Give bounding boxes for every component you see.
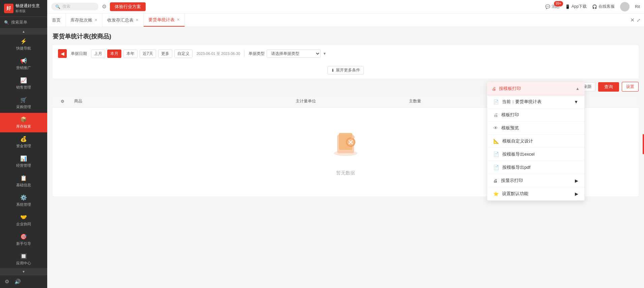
dropdown-item-display-print[interactable]: 🖨 按显示打印 ▶ — [487, 174, 584, 187]
sidebar-bottom: ⚙ 🔊 — [0, 275, 47, 288]
tabbar-close-all[interactable]: ✕ — [630, 17, 635, 23]
date-btn-last-month[interactable]: 上月 — [91, 50, 105, 58]
topbar: 🔍 搜索 ⚙ 体验行业方案 💬 消息 99+ 📱 App下载 🎧 在线客服 Ri… — [47, 0, 644, 13]
empty-state-text: 暂无数据 — [336, 170, 355, 176]
th-unit: 主计量单位 — [293, 95, 406, 107]
template-design-icon: 📐 — [493, 138, 499, 144]
tab-close-collection-summary[interactable]: ✕ — [136, 18, 139, 22]
th-product: 商品 — [71, 95, 293, 107]
sidebar-item-sales[interactable]: 📈 销售管理 — [0, 74, 47, 93]
sidebar-item-inventory[interactable]: 📦 库存核算 — [0, 113, 47, 132]
display-print-arrow: ▶ — [575, 178, 578, 183]
date-filter-label: 单据日期 — [71, 51, 87, 57]
dropdown-item-template-print[interactable]: 🖨 模板打印 — [487, 108, 584, 122]
default-func-icon: ⭐ — [493, 191, 499, 196]
collab-icon: 🤝 — [20, 214, 27, 220]
dropdown-header: 🖨 按模板打印 ▲ — [487, 82, 584, 95]
sidebar-scroll-down[interactable]: ▼ — [0, 268, 47, 275]
order-type-select[interactable]: 请选择单据类型 — [267, 50, 321, 58]
expand-more-button[interactable]: ⬇ 展开更多条件 — [327, 66, 364, 74]
order-type-chevron: ▼ — [323, 52, 326, 56]
scroll-indicator[interactable] — [643, 134, 644, 154]
dropdown-collapse-icon[interactable]: ▲ — [576, 86, 580, 91]
tab-close-batch-ledger[interactable]: ✕ — [94, 18, 97, 22]
marketing-icon: 📢 — [20, 58, 27, 64]
expand-more-icon: ⬇ — [331, 68, 334, 73]
dropdown-item-template-preview[interactable]: 👁 模板预览 — [487, 122, 584, 135]
username-label: Rit — [635, 4, 640, 9]
page-title: 要货单统计表(按商品) — [53, 32, 639, 40]
settings-icon[interactable]: ⚙ — [5, 279, 9, 285]
template-icon: 📄 — [493, 99, 499, 104]
sidebar-item-marketing[interactable]: 📢 营销推广 — [0, 54, 47, 74]
date-range-display: 2023-06-01 至 2023-06-30 — [197, 51, 240, 56]
toolbar: 🖨 按模板打印 ▲ ··· ↑ 导出 ↺ 刷新 查询 设置 🖨 按模板打印 — [53, 82, 639, 92]
sidebar-item-operations[interactable]: 📊 经营管理 — [0, 152, 47, 171]
sales-icon: 📈 — [20, 77, 27, 84]
tab-batch-ledger[interactable]: 库存批次账 ✕ — [66, 13, 103, 27]
date-btn-this-year[interactable]: 本年 — [123, 50, 138, 58]
sound-icon[interactable]: 🔊 — [14, 279, 21, 285]
tabbar-expand[interactable]: ⤢ — [637, 18, 641, 23]
topbar-search[interactable]: 🔍 搜索 — [51, 3, 98, 10]
date-btn-this-month[interactable]: 本月 — [107, 50, 121, 58]
sidebar-nav: ⚡ 快捷导航 📢 营销推广 📈 销售管理 🛒 采购管理 📦 库存核算 💰 资金管… — [0, 35, 47, 268]
tab-close-order-stats[interactable]: ✕ — [177, 18, 180, 22]
sidebar-item-purchase[interactable]: 🛒 采购管理 — [0, 93, 47, 113]
sidebar-item-app-center[interactable]: 🔲 应用中心 — [0, 250, 47, 268]
filter-expand-button[interactable]: ◀ — [58, 49, 67, 58]
dropdown-print-icon: 🖨 — [492, 86, 496, 91]
dropdown-current-template[interactable]: 📄 当前：要货单统计表 ▼ — [487, 95, 584, 108]
sidebar-item-finance[interactable]: 💰 资金管理 — [0, 132, 47, 152]
basic-icon: 📋 — [20, 175, 27, 181]
tab-order-stats[interactable]: 要货单统计表 ✕ — [144, 13, 185, 27]
date-btn-custom[interactable]: 自定义 — [174, 50, 193, 58]
app-download-icon: 📱 — [565, 4, 570, 9]
sidebar-item-quick-nav[interactable]: ⚡ 快捷导航 — [0, 35, 47, 54]
export-excel-icon: 📄 — [493, 152, 499, 157]
order-type-group: 单据类型 请选择单据类型 ▼ — [248, 50, 326, 58]
sidebar: 好 畅捷通好生意 标准版 🔍 搜索菜单 ▲ ⚡ 快捷导航 📢 营销推广 📈 销售… — [0, 0, 47, 288]
tabbar-actions: ✕ ⤢ — [627, 13, 644, 27]
sidebar-logo: 好 畅捷通好生意 标准版 — [0, 0, 47, 17]
topbar-message[interactable]: 💬 消息 99+ — [545, 4, 560, 9]
topbar-app-download[interactable]: 📱 App下载 — [565, 4, 587, 9]
filter-bar: ◀ 单据日期 上月 本月 本年 近7天 更多 自定义 2023-06-01 至 … — [53, 45, 639, 78]
print-dropdown-panel: 🖨 按模板打印 ▲ 📄 当前：要货单统计表 ▼ 🖨 — [487, 82, 585, 201]
tab-home[interactable]: 首页 — [47, 13, 66, 27]
trial-button[interactable]: 体验行业方案 — [110, 2, 146, 11]
topbar-online-service[interactable]: 🎧 在线客服 — [592, 4, 615, 9]
tab-collection-summary[interactable]: 收发存汇总表 ✕ — [103, 13, 144, 27]
page-content: 要货单统计表(按商品) ◀ 单据日期 上月 本月 本年 近7天 更多 自定义 2… — [47, 27, 644, 288]
date-button-group: 上月 本月 本年 近7天 更多 自定义 — [91, 50, 193, 58]
sidebar-search[interactable]: 🔍 搜索菜单 — [0, 17, 47, 28]
search-icon: 🔍 — [4, 20, 9, 25]
dropdown-item-export-pdf[interactable]: 📄 按模板导出pdf — [487, 161, 584, 174]
dropdown-item-default-func[interactable]: ⭐ 设置默认功能 ▶ — [487, 187, 584, 200]
sidebar-item-guide[interactable]: 🎯 新手引导 — [0, 230, 47, 250]
dropdown-item-template-design[interactable]: 📐 模板自定义设计 — [487, 135, 584, 148]
current-template-arrow: ▼ — [574, 99, 578, 104]
dropdown-item-export-excel[interactable]: 📄 按模板导出excel — [487, 148, 584, 161]
template-print-icon: 🖨 — [493, 112, 498, 118]
inventory-icon: 📦 — [20, 116, 27, 123]
topbar-search-icon: 🔍 — [55, 4, 60, 9]
sidebar-scroll-up[interactable]: ▲ — [0, 28, 47, 35]
finance-icon: 💰 — [20, 136, 27, 142]
topbar-gear-icon[interactable]: ⚙ — [102, 3, 107, 10]
date-btn-more[interactable]: 更多 — [158, 50, 172, 58]
app-logo-text: 畅捷通好生意 标准版 — [16, 3, 40, 13]
sidebar-item-system[interactable]: ⚙️ 系统管理 — [0, 191, 47, 211]
guide-icon: 🎯 — [20, 233, 27, 240]
filter-divider — [244, 50, 244, 57]
setting-button[interactable]: 设置 — [622, 82, 639, 92]
sidebar-item-basic[interactable]: 📋 基础信息 — [0, 171, 47, 191]
user-avatar[interactable] — [620, 2, 630, 11]
sidebar-item-collab[interactable]: 🤝 企业协同 — [0, 211, 47, 230]
query-button[interactable]: 查询 — [598, 82, 619, 92]
order-type-label: 单据类型 — [248, 51, 265, 57]
date-btn-7days[interactable]: 近7天 — [140, 50, 156, 58]
service-icon: 🎧 — [592, 4, 597, 9]
quick-nav-icon: ⚡ — [20, 38, 27, 44]
th-settings[interactable]: ⚙ — [58, 96, 71, 107]
